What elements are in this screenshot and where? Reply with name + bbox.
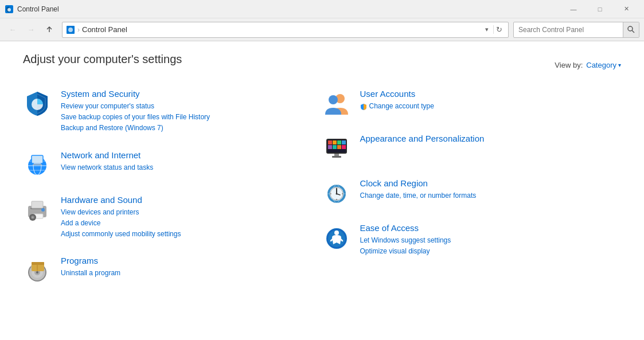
category-programs: Programs Uninstall a program (23, 256, 322, 284)
ease-of-access-icon (322, 223, 351, 252)
system-security-icon (23, 89, 52, 118)
network-internet-content: Network and Internet View network status… (61, 150, 322, 173)
category-appearance: Appearance and Personalization (322, 134, 622, 162)
clock-region-content: Clock and Region Change date, time, or n… (360, 178, 622, 201)
address-bar[interactable]: › Control Panel ▾ ↻ (62, 22, 509, 38)
network-status-link[interactable]: View network status and tasks (61, 162, 322, 173)
svg-rect-44 (332, 156, 341, 158)
svg-point-1 (7, 8, 11, 11)
search-button[interactable] (623, 22, 639, 37)
programs-icon (23, 256, 52, 284)
svg-rect-40 (333, 145, 337, 149)
mobility-settings-link[interactable]: Adjust commonly used mobility settings (61, 229, 322, 240)
svg-rect-36 (333, 140, 337, 144)
category-clock-region: Clock and Region Change date, time, or n… (322, 178, 622, 207)
svg-point-59 (334, 230, 339, 235)
system-security-title[interactable]: System and Security (61, 89, 322, 99)
optimize-display-link[interactable]: Optimize visual display (360, 246, 622, 257)
svg-rect-35 (328, 140, 332, 144)
svg-point-3 (68, 28, 73, 32)
minimize-button[interactable]: — (560, 0, 587, 18)
clock-region-title[interactable]: Clock and Region (360, 178, 622, 188)
appearance-content: Appearance and Personalization (360, 134, 622, 146)
view-by-label: View by: (555, 61, 583, 69)
hardware-sound-icon (23, 195, 52, 224)
titlebar: Control Panel — □ ✕ (0, 0, 644, 18)
main-content: Adjust your computer's settings View by:… (0, 41, 644, 340)
titlebar-app-icon (5, 5, 14, 14)
network-internet-icon (23, 150, 52, 179)
appearance-icon (322, 134, 351, 162)
navbar: ← → › Control Panel ▾ ↻ (0, 18, 644, 41)
address-separator: › (77, 26, 80, 34)
page-title: Adjust your computer's settings (23, 53, 182, 66)
user-accounts-title[interactable]: User Accounts (360, 89, 622, 99)
category-network-internet: Network and Internet View network status… (23, 150, 322, 179)
svg-point-32 (329, 95, 338, 104)
user-accounts-content: User Accounts Change account type (360, 89, 622, 112)
forward-button[interactable]: → (23, 22, 39, 38)
maximize-button[interactable]: □ (587, 0, 613, 18)
view-devices-link[interactable]: View devices and printers (61, 207, 322, 218)
svg-point-19 (41, 208, 45, 212)
address-text: Control Panel (82, 25, 481, 34)
date-time-format-link[interactable]: Change date, time, or number formats (360, 190, 622, 201)
back-button[interactable]: ← (5, 22, 21, 38)
svg-rect-41 (337, 145, 341, 149)
svg-rect-42 (342, 145, 346, 149)
search-input[interactable] (514, 26, 623, 34)
close-button[interactable]: ✕ (613, 0, 639, 18)
add-device-link[interactable]: Add a device (61, 218, 322, 229)
titlebar-title: Control Panel (17, 5, 560, 13)
category-user-accounts: User Accounts Change account type (322, 89, 622, 118)
up-icon (45, 26, 53, 34)
titlebar-controls: — □ ✕ (560, 0, 639, 18)
appearance-title[interactable]: Appearance and Personalization (360, 134, 622, 143)
right-column: User Accounts Change account type (322, 89, 622, 300)
svg-rect-37 (337, 140, 341, 144)
svg-rect-17 (32, 201, 43, 208)
ease-of-access-content: Ease of Access Let Windows suggest setti… (360, 223, 622, 257)
programs-title[interactable]: Programs (61, 256, 322, 265)
view-by-control: View by: Category ▾ (555, 61, 621, 69)
ease-of-access-title[interactable]: Ease of Access (360, 223, 622, 233)
category-system-security: System and Security Review your computer… (23, 89, 322, 134)
address-dropdown-button[interactable]: ▾ (483, 26, 491, 33)
view-by-value[interactable]: Category ▾ (586, 61, 621, 69)
search-icon (627, 26, 635, 33)
svg-line-5 (632, 30, 634, 33)
address-refresh-button[interactable]: ↻ (493, 25, 505, 34)
svg-rect-12 (32, 155, 43, 163)
svg-point-22 (32, 216, 34, 218)
svg-point-52 (335, 193, 337, 195)
user-accounts-icon (322, 89, 351, 118)
address-bar-icon (66, 25, 75, 34)
clock-region-icon (322, 178, 351, 207)
left-column: System and Security Review your computer… (23, 89, 322, 300)
svg-rect-29 (32, 262, 44, 265)
svg-rect-14 (33, 164, 42, 165)
backup-restore-link[interactable]: Backup and Restore (Windows 7) (61, 123, 322, 134)
file-history-link[interactable]: Save backup copies of your files with Fi… (61, 112, 322, 123)
category-ease-of-access: Ease of Access Let Windows suggest setti… (322, 223, 622, 257)
review-computer-status-link[interactable]: Review your computer's status (61, 101, 322, 112)
network-internet-title[interactable]: Network and Internet (61, 150, 322, 160)
hardware-sound-content: Hardware and Sound View devices and prin… (61, 195, 322, 240)
svg-point-27 (36, 271, 38, 273)
svg-rect-38 (342, 140, 346, 144)
category-hardware-sound: Hardware and Sound View devices and prin… (23, 195, 322, 240)
categories-area: System and Security Review your computer… (23, 89, 621, 300)
svg-point-4 (628, 26, 633, 31)
uninstall-program-link[interactable]: Uninstall a program (61, 268, 322, 279)
windows-suggest-link[interactable]: Let Windows suggest settings (360, 235, 622, 246)
shield-uac-icon (360, 103, 367, 110)
change-account-type-link[interactable]: Change account type (360, 101, 622, 112)
programs-content: Programs Uninstall a program (61, 256, 322, 279)
search-bar (513, 22, 639, 38)
svg-rect-43 (334, 154, 339, 156)
svg-rect-39 (328, 145, 332, 149)
up-button[interactable] (41, 22, 57, 38)
hardware-sound-title[interactable]: Hardware and Sound (61, 195, 322, 205)
system-security-content: System and Security Review your computer… (61, 89, 322, 134)
